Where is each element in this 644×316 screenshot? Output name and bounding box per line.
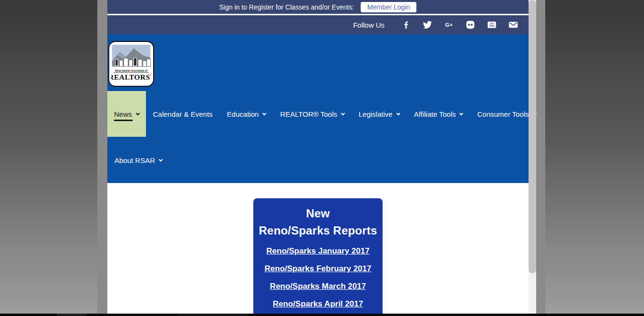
window-edge-right [536, 0, 545, 316]
nav-item-education[interactable]: Education [220, 91, 273, 137]
nav-label: News [114, 110, 132, 118]
nav-label: Affiliate Tools [414, 110, 456, 118]
nav-item-about-rsar[interactable]: About RSAR [107, 156, 169, 164]
google-plus-icon[interactable]: G+ [444, 20, 454, 30]
nav-label: REALTOR® Tools [280, 110, 337, 118]
social-bar: Follow Us G+ YouTube [107, 15, 529, 34]
logo-registered-mark: ® [150, 73, 151, 76]
browser-page: Sign in to Register for Classes and/or E… [107, 0, 529, 316]
report-link-april-2017[interactable]: Reno/Sparks April 2017 [253, 295, 383, 313]
svg-text:G+: G+ [445, 21, 453, 28]
signin-text: Sign in to Register for Classes and/or E… [219, 3, 354, 11]
reports-title-line1: New [253, 205, 383, 222]
chevron-down-icon [159, 158, 163, 162]
chevron-down-icon [135, 112, 139, 115]
taskbar-edge [0, 314, 644, 316]
nav-label: Consumer Tools [477, 110, 529, 118]
window-edge-left [97, 0, 107, 316]
nav-label: About RSAR [114, 156, 155, 164]
nav-item-realtor-tools[interactable]: REALTOR® Tools [273, 91, 351, 137]
chevron-down-icon [262, 112, 266, 115]
reports-card: New Reno/Sparks Reports Reno/Sparks Janu… [253, 198, 383, 316]
signin-bar: Sign in to Register for Classes and/or E… [107, 0, 529, 14]
nav-label: Education [227, 110, 259, 118]
nav-item-calendar-events[interactable]: Calendar & Events [146, 91, 220, 137]
youtube-icon[interactable]: YouTube [487, 20, 497, 30]
site-header: Reno/Sparks Association of REALTORS® New… [107, 34, 529, 183]
chevron-down-icon [341, 112, 345, 115]
chevron-down-icon [459, 112, 463, 115]
email-icon[interactable] [509, 20, 518, 30]
svg-text:You: You [490, 22, 494, 25]
desktop-background: Sign in to Register for Classes and/or E… [0, 0, 644, 316]
svg-text:Tube: Tube [489, 25, 495, 27]
reports-title-line2: Reno/Sparks Reports [253, 222, 383, 239]
secondary-nav: About RSAR [107, 152, 169, 169]
nav-item-news[interactable]: News [107, 91, 146, 137]
follow-us-label: Follow Us [353, 21, 384, 29]
active-underline [114, 120, 133, 121]
flickr-icon[interactable] [466, 20, 475, 30]
report-link-march-2017[interactable]: Reno/Sparks March 2017 [253, 277, 383, 295]
chevron-down-icon [396, 112, 400, 115]
main-content: New Reno/Sparks Reports Reno/Sparks Janu… [107, 183, 529, 316]
reports-title: New Reno/Sparks Reports [253, 205, 383, 239]
report-link-february-2017[interactable]: Reno/Sparks February 2017 [253, 260, 383, 277]
twitter-icon[interactable] [423, 20, 432, 30]
logo-realtors-text: REALTORS [111, 73, 150, 81]
nav-item-affiliate-tools[interactable]: Affiliate Tools [407, 91, 470, 137]
svg-text:REALTORS®: REALTORS® [111, 73, 151, 81]
main-nav: News Calendar & Events Education REALTOR… [107, 91, 543, 137]
member-login-button[interactable]: Member Login [361, 2, 417, 12]
facebook-icon[interactable] [401, 20, 411, 30]
report-link-january-2017[interactable]: Reno/Sparks January 2017 [253, 242, 383, 260]
reports-link-list: Reno/Sparks January 2017 Reno/Sparks Feb… [253, 242, 383, 313]
taskbar-segment [177, 314, 248, 316]
nav-label: Legislative [359, 110, 393, 118]
nav-item-legislative[interactable]: Legislative [352, 91, 407, 137]
vertical-scrollbar[interactable] [529, 0, 536, 316]
nav-label: Calendar & Events [153, 110, 213, 118]
logo-org-line: Reno/Sparks Association of [115, 69, 147, 72]
scrollbar-thumb[interactable] [529, 0, 536, 273]
rsar-logo[interactable]: Reno/Sparks Association of REALTORS® [108, 41, 154, 87]
taskbar-segment [57, 314, 86, 316]
